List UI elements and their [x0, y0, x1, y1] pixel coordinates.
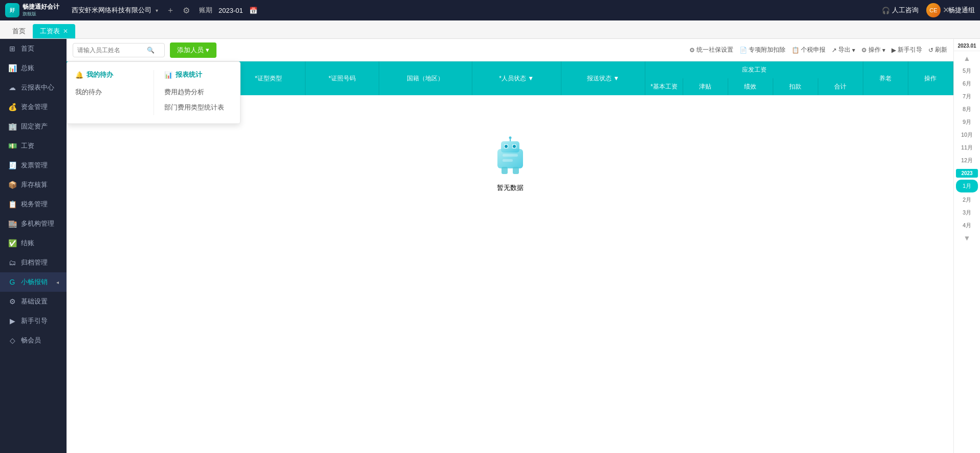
toolbar: 🔍 添加人员 ▾ ⚙ 统一社保设置 📄 专项附加扣除 📋 个税申报: [67, 39, 953, 61]
timeline-scroll-down[interactable]: ▼: [954, 232, 980, 244]
payroll-icon: 💵: [8, 142, 17, 150]
tax-declare-icon: 📋: [792, 47, 799, 54]
timeline-month-12[interactable]: 12月: [954, 154, 980, 167]
top-header: 好 畅捷通好会计 旗舰版 西安虾米网络科技有限公司 ▾ ＋ ⚙ 账期 2023-…: [0, 0, 980, 20]
ops-chevron-icon: ▾: [882, 47, 885, 54]
report-icon: 📊: [164, 71, 172, 79]
col-status: *人员状态 ▼: [472, 61, 561, 95]
timeline-scroll-up[interactable]: ▲: [954, 52, 980, 64]
timeline-header: 2023.01: [954, 41, 980, 51]
app-logo-icon: 好: [5, 3, 19, 17]
close-account-icon: ✅: [8, 239, 17, 247]
timeline-month-8[interactable]: 8月: [954, 103, 980, 116]
col-base-salary: *基本工资: [645, 78, 683, 95]
invoice-icon: 🧾: [8, 161, 17, 169]
add-company-icon[interactable]: ＋: [166, 5, 175, 16]
company-selector[interactable]: 西安虾米网络科技有限公司 ▾ ＋ ⚙ 账期 2023-01 📅: [72, 5, 257, 16]
special-deduction-action[interactable]: 📄 专项附加扣除: [739, 46, 786, 54]
social-icon: ⚙: [689, 47, 695, 54]
company-chevron-icon[interactable]: ▾: [156, 8, 158, 13]
add-chevron-icon: ▾: [206, 46, 209, 54]
sidebar-item-close-account[interactable]: ✅ 结账: [0, 233, 67, 253]
tabs-bar: 首页 工资表 ✕ ✕: [0, 20, 980, 39]
sidebar-collapse-icon[interactable]: ◂: [56, 279, 59, 285]
operations-action[interactable]: ⚙ 操作 ▾: [861, 46, 885, 54]
sidebar-item-payroll[interactable]: 💵 工资: [0, 136, 67, 156]
svg-point-5: [513, 145, 516, 148]
timeline-month-4[interactable]: 4月: [954, 219, 980, 232]
calendar-icon[interactable]: 📅: [249, 7, 257, 14]
inventory-icon: 📦: [8, 181, 17, 189]
sidebar-item-home[interactable]: ⊞ 首页: [0, 39, 67, 58]
sidebar-item-archive[interactable]: 🗂 归档管理: [0, 253, 67, 272]
timeline-month-6[interactable]: 6月: [954, 77, 980, 90]
popup-item-dept-cost[interactable]: 部门费用类型统计表: [164, 100, 232, 115]
export-action[interactable]: ↗ 导出 ▾: [832, 46, 855, 54]
add-employee-button[interactable]: 添加人员 ▾: [170, 42, 216, 58]
timeline-month-9[interactable]: 9月: [954, 116, 980, 128]
popup-menu: 🔔 我的待办 我的待办 📊 报表统计 费用趋势分析 部门费用类型统计表: [67, 61, 241, 124]
refresh-action[interactable]: ↺ 刷新: [928, 46, 947, 54]
col-id-num: *证照号码: [305, 61, 379, 95]
close-tab-icon[interactable]: ✕: [63, 28, 68, 35]
period-label: 账期: [199, 6, 212, 15]
sidebar-item-fund[interactable]: 💰 资金管理: [0, 97, 67, 117]
sidebar-item-settings[interactable]: ⚙ 基础设置: [0, 292, 67, 311]
sidebar-item-tax[interactable]: 📋 税务管理: [0, 195, 67, 214]
timeline-current-month[interactable]: 1月: [956, 180, 978, 192]
sidebar-item-guide[interactable]: ▶ 新手引导: [0, 311, 67, 331]
sidebar: ⊞ 首页 📊 总账 ☁ 云报表中心 💰 资金管理 🏢 固定资产 💵 工资 🧾 发…: [0, 39, 67, 453]
timeline-month-7[interactable]: 7月: [954, 90, 980, 103]
popup-section-todo: 🔔 我的待办 我的待办: [75, 70, 143, 115]
tab-payroll[interactable]: 工资表 ✕: [33, 24, 75, 38]
sidebar-item-cloud-report[interactable]: ☁ 云报表中心: [0, 78, 67, 97]
sidebar-item-assets[interactable]: 🏢 固定资产: [0, 117, 67, 136]
timeline-month-3[interactable]: 3月: [954, 206, 980, 219]
guide-icon: ▶: [8, 317, 17, 325]
col-report-status: 报送状态 ▼: [561, 61, 645, 95]
empty-text: 暂无数据: [497, 183, 524, 192]
timeline-month-11[interactable]: 11月: [954, 141, 980, 154]
content-area: 🔍 添加人员 ▾ ⚙ 统一社保设置 📄 专项附加扣除 📋 个税申报: [67, 39, 953, 453]
svg-rect-8: [503, 154, 518, 157]
timeline-month-10[interactable]: 10月: [954, 128, 980, 141]
operations-icon: ⚙: [861, 47, 867, 54]
svg-rect-1: [501, 141, 519, 153]
settings-icon[interactable]: ⚙: [183, 6, 190, 15]
tab-home[interactable]: 首页: [5, 24, 33, 38]
support-icon: 🎧: [882, 7, 890, 14]
todo-icon: 🔔: [75, 71, 83, 79]
search-box[interactable]: 🔍: [73, 43, 165, 57]
avatar[interactable]: CE: [926, 3, 941, 17]
assets-icon: 🏢: [8, 122, 17, 131]
timeline-year-label: 2023: [956, 169, 978, 178]
svg-point-7: [509, 137, 511, 139]
sidebar-item-invoice[interactable]: 🧾 发票管理: [0, 156, 67, 175]
sidebar-item-multi-org[interactable]: 🏬 多机构管理: [0, 214, 67, 233]
user-name: 畅捷通组: [948, 6, 975, 15]
popup-item-cost-trend[interactable]: 费用趋势分析: [164, 84, 232, 100]
deduction-icon: 📄: [739, 47, 747, 54]
col-operations: 操作: [908, 61, 953, 95]
fund-icon: 💰: [8, 103, 17, 111]
app-logo-text: 畅捷通好会计 旗舰版: [23, 3, 59, 17]
search-input[interactable]: [77, 47, 144, 54]
timeline-month-2[interactable]: 2月: [954, 193, 980, 206]
tax-declare-action[interactable]: 📋 个税申报: [792, 46, 825, 54]
ledger-icon: 📊: [8, 64, 17, 72]
close-window-button[interactable]: ✕: [943, 5, 949, 15]
sidebar-item-expense[interactable]: G 小畅报销 ◂: [0, 272, 67, 292]
popup-item-my-todo[interactable]: 我的待办: [75, 84, 143, 100]
sidebar-item-ledger[interactable]: 📊 总账: [0, 58, 67, 78]
sidebar-item-inventory[interactable]: 📦 库存核算: [0, 175, 67, 195]
timeline-month-5[interactable]: 5月: [954, 64, 980, 77]
support-link[interactable]: 🎧 人工咨询: [882, 6, 919, 15]
guide-action[interactable]: ▶ 新手引导: [891, 46, 922, 54]
col-deduction: 扣款: [773, 78, 818, 95]
popup-title-todo: 🔔 我的待办: [75, 70, 143, 79]
popup-divider: [154, 70, 154, 115]
multi-org-icon: 🏬: [8, 220, 17, 228]
sidebar-item-member[interactable]: ◇ 畅会员: [0, 331, 67, 350]
social-security-action[interactable]: ⚙ 统一社保设置: [689, 46, 733, 54]
popup-title-report: 📊 报表统计: [164, 70, 232, 79]
